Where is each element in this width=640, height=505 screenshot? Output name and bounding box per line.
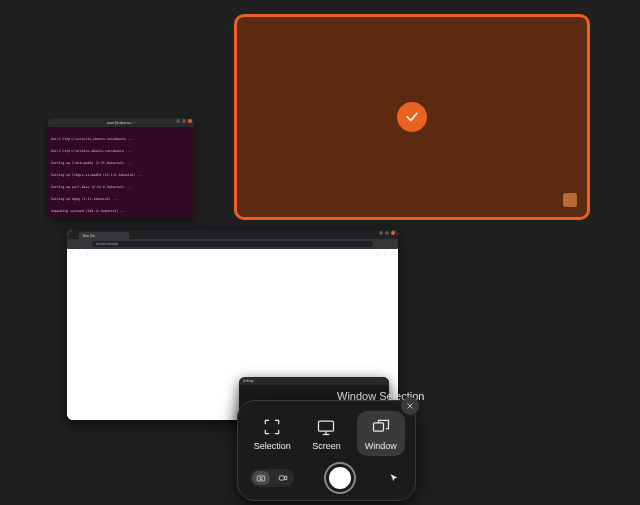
profile-icon[interactable] xyxy=(383,242,387,246)
mode-screen[interactable]: Screen xyxy=(302,411,350,456)
window-icon xyxy=(370,417,392,437)
terminal-body: Get:1 http://security.ubuntu.com/ubuntu … xyxy=(48,127,194,218)
window-selected[interactable] xyxy=(234,14,590,220)
terminal-title: user@ubuntu: ~ xyxy=(107,120,136,125)
window-terminal[interactable]: user@ubuntu: ~ Get:1 http://security.ubu… xyxy=(48,118,194,218)
browser-toolbar: chrome://newtab xyxy=(67,239,398,249)
selected-check-icon xyxy=(397,102,427,132)
svg-rect-11 xyxy=(257,476,265,481)
reload-icon[interactable] xyxy=(85,242,89,246)
browser-tab[interactable]: New Tab xyxy=(79,232,129,239)
mode-window[interactable]: Window xyxy=(357,411,405,456)
extensions-icon[interactable] xyxy=(376,242,380,246)
browser-window-controls xyxy=(379,231,395,235)
files-app-icon xyxy=(563,193,577,207)
mode-label: Window xyxy=(365,441,397,451)
terminal-titlebar: user@ubuntu: ~ xyxy=(48,118,194,127)
capture-mode-row: Selection Screen Window xyxy=(248,411,405,456)
svg-rect-13 xyxy=(279,476,284,480)
menu-icon[interactable] xyxy=(390,242,394,246)
svg-point-12 xyxy=(260,477,263,480)
screen-icon xyxy=(315,417,337,437)
browser-tabbar: New Tab xyxy=(67,230,398,239)
video-mode[interactable] xyxy=(274,471,292,485)
back-icon[interactable] xyxy=(71,242,75,246)
svg-point-4 xyxy=(392,255,393,256)
show-pointer-toggle[interactable] xyxy=(385,469,403,487)
forward-icon[interactable] xyxy=(78,242,82,246)
mode-selection[interactable]: Selection xyxy=(248,411,296,456)
mode-label: Selection xyxy=(254,441,291,451)
svg-point-3 xyxy=(392,254,393,255)
terminal-window-controls xyxy=(176,119,192,123)
svg-rect-10 xyxy=(373,423,383,431)
mode-label: Screen xyxy=(312,441,341,451)
svg-marker-14 xyxy=(284,476,287,480)
svg-rect-7 xyxy=(319,421,334,431)
selection-icon xyxy=(261,417,283,437)
capture-controls xyxy=(248,464,405,492)
screenshot-panel: Selection Screen Window xyxy=(237,400,416,501)
capture-type-toggle xyxy=(250,469,294,487)
photo-mode[interactable] xyxy=(252,471,270,485)
shutter-button[interactable] xyxy=(326,464,354,492)
dark-app-titlebar: Settings xyxy=(239,377,389,385)
close-button[interactable] xyxy=(401,397,419,415)
svg-point-2 xyxy=(392,253,393,254)
svg-rect-0 xyxy=(377,253,379,255)
address-bar[interactable]: chrome://newtab xyxy=(92,241,373,247)
svg-point-1 xyxy=(384,253,386,255)
